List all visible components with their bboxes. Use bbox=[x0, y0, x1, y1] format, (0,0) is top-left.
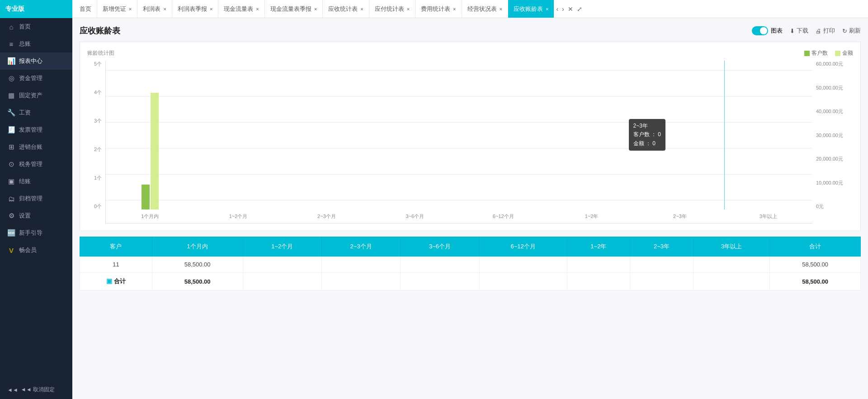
chart-area: 5个 4个 3个 2个 1个 0个 bbox=[87, 61, 853, 223]
x-label-m6: 3~6个月 bbox=[371, 209, 459, 223]
tab-voucher-close[interactable]: × bbox=[129, 6, 132, 12]
print-button[interactable]: 🖨 打印 bbox=[816, 27, 835, 35]
tab-cashflow[interactable]: 现金流量表 × bbox=[218, 0, 264, 18]
y-left-5: 5个 bbox=[94, 61, 102, 67]
tab-expand-btn[interactable]: ⤢ bbox=[575, 0, 584, 18]
bar-group-y1 bbox=[547, 61, 636, 209]
x-labels: 1个月内 1~2个月 2~3个月 3~6个月 6~12个月 1~2年 2~3年 … bbox=[106, 209, 812, 223]
total-m12 bbox=[479, 273, 567, 290]
sidebar-item-capital[interactable]: ◎ 资金管理 bbox=[0, 70, 72, 87]
tab-ar-stats-close[interactable]: × bbox=[360, 6, 363, 12]
salary-icon: 🔧 bbox=[7, 109, 15, 117]
col-header-y1: 1~2年 bbox=[567, 237, 630, 256]
sidebar-item-close[interactable]: ▣ 结账 bbox=[0, 173, 72, 190]
tab-operation[interactable]: 经营状况表 × bbox=[462, 0, 508, 18]
y-left-1: 1个 bbox=[94, 175, 102, 181]
tab-operation-close[interactable]: × bbox=[500, 6, 502, 12]
sidebar-item-tax[interactable]: ⊙ 税务管理 bbox=[0, 156, 72, 173]
tab-close-all-btn[interactable]: ✕ bbox=[566, 0, 575, 18]
sidebar-item-salary[interactable]: 🔧 工资 bbox=[0, 104, 72, 121]
refresh-button[interactable]: ↻ 刷新 bbox=[842, 27, 861, 35]
sidebar-item-archive[interactable]: 🗂 归档管理 bbox=[0, 190, 72, 207]
sidebar-item-ledger[interactable]: ≡ 总账 bbox=[0, 35, 72, 52]
tab-bar: 首页 新增凭证 × 利润表 × 利润表季报 × 现金流量表 × 现金流量表季报 … bbox=[72, 0, 868, 18]
sidebar-item-label: 归档管理 bbox=[19, 195, 42, 203]
tab-home[interactable]: 首页 bbox=[74, 0, 97, 18]
y-right-20000: 20,000.00元 bbox=[816, 156, 843, 162]
chart-toggle-group[interactable]: 图表 bbox=[752, 26, 783, 35]
sidebar-item-inventory[interactable]: ⊞ 进销台账 bbox=[0, 138, 72, 156]
sidebar-item-label: 资金管理 bbox=[19, 74, 42, 82]
sidebar-collapse-btn[interactable]: ◄◄ ◄◄ 取消固定 bbox=[0, 380, 72, 399]
col-header-customer: 客户 bbox=[80, 237, 152, 256]
sidebar-item-reports[interactable]: 📊 报表中心 bbox=[0, 52, 72, 70]
cell-y1 bbox=[567, 256, 630, 273]
legend-customers-color bbox=[804, 51, 810, 56]
tab-ar-aging[interactable]: 应收账龄表 × bbox=[508, 0, 554, 18]
tab-ar-aging-close[interactable]: × bbox=[546, 6, 548, 12]
col-header-m6: 3~6个月 bbox=[401, 237, 479, 256]
tab-cashflow-quarterly-close[interactable]: × bbox=[314, 6, 317, 12]
sidebar-item-invoice[interactable]: 🧾 发票管理 bbox=[0, 121, 72, 138]
sidebar-item-guide[interactable]: 🆕 新手引导 bbox=[0, 224, 72, 242]
total-y2 bbox=[630, 273, 693, 290]
table-total-row: ▣ 合计 58,500.00 58,500.00 bbox=[80, 273, 861, 290]
sidebar-item-home[interactable]: ⌂ 首页 bbox=[0, 18, 72, 35]
y-left-2: 2个 bbox=[94, 146, 102, 153]
sidebar: 专业版 ⌂ 首页 ≡ 总账 📊 报表中心 ◎ 资金管理 ▦ 固定资产 🔧 工资 … bbox=[0, 0, 72, 399]
cell-m2 bbox=[243, 256, 321, 273]
tab-ap-stats-label: 应付统计表 bbox=[375, 5, 404, 13]
tab-next-btn[interactable]: › bbox=[560, 0, 566, 18]
archive-icon: 🗂 bbox=[7, 195, 15, 203]
inventory-icon: ⊞ bbox=[7, 143, 15, 151]
tax-icon: ⊙ bbox=[7, 160, 15, 168]
table-row: 11 58,500.00 58,500.00 bbox=[80, 256, 861, 273]
sidebar-item-label: 新手引导 bbox=[19, 229, 42, 237]
tab-voucher[interactable]: 新增凭证 × bbox=[97, 0, 137, 18]
tab-profit-label: 利润表 bbox=[143, 5, 160, 13]
tab-expense-stats[interactable]: 费用统计表 × bbox=[415, 0, 462, 18]
x-label-y3plus: 3年以上 bbox=[724, 209, 812, 223]
download-icon: ⬇ bbox=[790, 28, 795, 34]
page-header: 应收账龄表 图表 ⬇ 下载 🖨 打印 ↻ 刷新 bbox=[80, 25, 861, 36]
y-right-40000: 40,000.00元 bbox=[816, 108, 843, 115]
y-right-60000: 60,000.00元 bbox=[816, 61, 843, 67]
sidebar-item-label: 畅会员 bbox=[19, 246, 37, 254]
x-label-m2: 1~2个月 bbox=[194, 209, 282, 223]
tab-profit-quarterly[interactable]: 利润表季报 × bbox=[172, 0, 218, 18]
refresh-label: 刷新 bbox=[849, 27, 861, 35]
tab-profit-close[interactable]: × bbox=[163, 6, 166, 12]
ledger-icon: ≡ bbox=[7, 40, 15, 48]
col-header-m3: 2~3个月 bbox=[321, 237, 400, 256]
total-label-cell: ▣ 合计 bbox=[80, 273, 152, 290]
x-label-m3: 2~3个月 bbox=[283, 209, 371, 223]
tab-prev-btn[interactable]: ‹ bbox=[554, 0, 560, 18]
tab-cashflow-quarterly[interactable]: 现金流量表季报 × bbox=[265, 0, 323, 18]
tab-ap-stats[interactable]: 应付统计表 × bbox=[369, 0, 415, 18]
chart-toggle[interactable] bbox=[752, 26, 768, 35]
bar-group-m3 bbox=[283, 61, 371, 209]
total-y1 bbox=[567, 273, 630, 290]
legend-customers: 客户数 bbox=[804, 49, 828, 57]
tab-expense-stats-close[interactable]: × bbox=[453, 6, 456, 12]
bar-group-y3plus bbox=[724, 61, 812, 209]
collapse-label: ◄◄ 取消固定 bbox=[21, 386, 55, 394]
sidebar-item-settings[interactable]: ⚙ 设置 bbox=[0, 207, 72, 224]
sidebar-item-member[interactable]: V 畅会员 bbox=[0, 242, 72, 259]
bar-group-m1 bbox=[106, 61, 194, 209]
sidebar-item-label: 报表中心 bbox=[19, 57, 42, 65]
bar-m1-amount bbox=[151, 93, 159, 209]
data-table: 客户 1个月内 1~2个月 2~3个月 3~6个月 6~12个月 1~2年 2~… bbox=[80, 237, 861, 290]
sidebar-item-assets[interactable]: ▦ 固定资产 bbox=[0, 87, 72, 104]
tab-cashflow-close[interactable]: × bbox=[256, 6, 259, 12]
download-button[interactable]: ⬇ 下载 bbox=[790, 27, 808, 35]
sidebar-item-label: 工资 bbox=[19, 109, 31, 117]
chart-inner: 1个月内 1~2个月 2~3个月 3~6个月 6~12个月 1~2年 2~3年 … bbox=[105, 61, 812, 223]
tab-ap-stats-close[interactable]: × bbox=[407, 6, 410, 12]
tab-ar-stats[interactable]: 应收统计表 × bbox=[323, 0, 369, 18]
col-header-total: 合计 bbox=[770, 237, 861, 256]
col-header-m2: 1~2个月 bbox=[243, 237, 321, 256]
tab-profit[interactable]: 利润表 × bbox=[137, 0, 172, 18]
content-area: 应收账龄表 图表 ⬇ 下载 🖨 打印 ↻ 刷新 bbox=[72, 18, 868, 399]
tab-profit-quarterly-close[interactable]: × bbox=[210, 6, 212, 12]
